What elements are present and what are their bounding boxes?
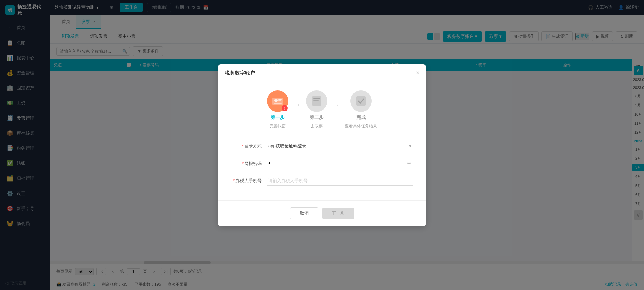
complete-svg — [355, 95, 367, 107]
svg-rect-9 — [356, 96, 366, 106]
step-2-label: 第二步 — [310, 115, 324, 121]
svg-rect-5 — [312, 96, 321, 106]
step-1-badge: ! — [282, 105, 288, 111]
svg-rect-7 — [313, 100, 319, 101]
login-method-row: 登录方式 app获取验证码登录 ▾ — [231, 141, 413, 151]
modal-title: 税务数字账户 — [225, 70, 255, 76]
modal-footer: 取消 下一步 — [218, 200, 426, 226]
step-3-icon — [350, 90, 372, 112]
svg-rect-3 — [278, 100, 281, 101]
step-1-sublabel: 完善账密 — [270, 123, 286, 129]
next-step-button[interactable]: 下一步 — [322, 208, 354, 219]
step-3-label: 完成 — [356, 115, 366, 121]
step-1-label: 第一步 — [271, 115, 285, 121]
step-2-icon — [306, 90, 327, 112]
svg-rect-6 — [313, 98, 320, 99]
tax-account-modal: 税务数字账户 × — [218, 64, 426, 226]
modal-header: 税务数字账户 × — [218, 64, 426, 82]
step-1-icon: ! — [267, 90, 288, 112]
fetch-ticket-svg — [311, 95, 323, 107]
step-2: 第二步 去取票 — [306, 90, 327, 129]
password-label: 网报密码 — [231, 161, 262, 167]
password-input-wrap: 👁 — [267, 158, 413, 169]
password-visibility-toggle[interactable]: 👁 — [407, 161, 411, 166]
cancel-button[interactable]: 取消 — [290, 207, 318, 219]
step-1: ! 第一步 完善账密 — [267, 90, 288, 129]
svg-rect-4 — [274, 103, 282, 104]
modal-body: ! 第一步 完善账密 → — [218, 82, 426, 200]
login-method-value: app获取验证码登录 — [268, 143, 306, 149]
login-method-select[interactable]: app获取验证码登录 ▾ — [267, 141, 413, 151]
phone-input[interactable] — [267, 176, 413, 186]
steps-indicator: ! 第一步 完善账密 → — [231, 90, 413, 129]
modal-overlay: 税务数字账户 × — [0, 0, 644, 290]
phone-label: 办税人手机号 — [231, 178, 262, 184]
svg-point-1 — [274, 99, 278, 102]
svg-rect-2 — [278, 99, 282, 100]
password-input[interactable] — [268, 160, 407, 167]
step-3: 完成 查看具体任务结果 — [345, 90, 377, 129]
login-method-label: 登录方式 — [231, 143, 262, 149]
svg-rect-8 — [313, 102, 317, 102]
step-arrow-1: → — [294, 101, 301, 118]
step-arrow-2: → — [333, 101, 339, 118]
svg-rect-0 — [272, 98, 283, 105]
modal-close-button[interactable]: × — [416, 70, 419, 77]
step-2-sublabel: 去取票 — [311, 123, 323, 129]
phone-row: 办税人手机号 — [231, 176, 413, 186]
select-dropdown-icon: ▾ — [409, 143, 411, 149]
step-3-sublabel: 查看具体任务结果 — [345, 123, 377, 129]
person-card-svg — [272, 95, 284, 107]
password-row: 网报密码 👁 — [231, 158, 413, 169]
